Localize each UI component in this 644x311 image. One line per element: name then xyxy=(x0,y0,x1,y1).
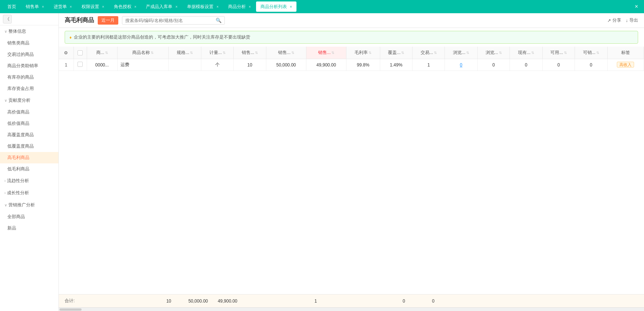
col-checkbox xyxy=(73,47,87,59)
nav-purchase[interactable]: 进货单 × xyxy=(49,1,76,12)
close-icon[interactable]: × xyxy=(134,5,137,9)
nav-product-analysis-list[interactable]: 商品分析列表 × xyxy=(256,1,296,12)
sidebar-item-in-stock-goods[interactable]: 有库存的商品 xyxy=(0,72,58,83)
sort-icon[interactable]: ⇅ xyxy=(151,51,154,55)
footer-spacer2 xyxy=(242,299,271,304)
close-icon[interactable]: × xyxy=(216,5,219,9)
tip-icon: ♦ xyxy=(69,35,72,40)
cell-sales-qty: 10 xyxy=(234,59,266,71)
col-current-stock: 现有... ⇅ xyxy=(510,47,542,59)
sort-icon[interactable]: ⇅ xyxy=(223,51,226,55)
sidebar-item-traded-goods[interactable]: 交易过的商品 xyxy=(0,49,58,60)
close-icon[interactable]: × xyxy=(175,5,177,9)
sort-icon[interactable]: ⇅ xyxy=(190,51,193,55)
search-box: 🔍 xyxy=(122,16,225,25)
sidebar-group-growth[interactable]: › 成长性分析 xyxy=(0,187,58,199)
sort-icon[interactable]: ⇅ xyxy=(368,51,371,55)
footer-label: 合计: xyxy=(65,298,75,304)
sidebar-item-high-margin[interactable]: 高毛利商品 xyxy=(0,152,58,163)
col-tag: 标签 xyxy=(607,47,644,59)
sort-icon[interactable]: ⇅ xyxy=(499,51,502,55)
sidebar-group-trend[interactable]: › 流趋性分析 xyxy=(0,175,58,187)
sort-icon[interactable]: ⇅ xyxy=(401,51,404,55)
sort-icon[interactable]: ⇅ xyxy=(255,51,258,55)
top-nav: 首页 销售单 × 进货单 × 权限设置 × 角色授权 × 产成品入库单 × 单据… xyxy=(0,0,644,13)
nav-permissions[interactable]: 权限设置 × xyxy=(77,1,109,12)
col-sales-qty: 销售... ⇅ xyxy=(234,47,266,59)
close-icon[interactable]: × xyxy=(290,5,292,9)
nav-template-settings[interactable]: 单据模板设置 × xyxy=(183,1,223,12)
expand-icon: ∨ xyxy=(4,203,7,207)
sort-icon[interactable]: ⇅ xyxy=(466,51,469,55)
share-icon: ↗ xyxy=(607,18,611,23)
scrollbar-thumb[interactable] xyxy=(60,308,82,311)
sidebar-item-low-coverage[interactable]: 低覆盖度商品 xyxy=(0,141,58,152)
search-input[interactable] xyxy=(125,18,214,23)
col-views2: 浏览... ⇅ xyxy=(477,47,510,59)
col-sales-amount: 销售... ⇅ xyxy=(266,47,306,59)
cell-sales-amount: 50,000.00 xyxy=(266,59,306,71)
sidebar-item-category-rate[interactable]: 商品分类助销率 xyxy=(0,60,58,72)
sidebar-group-marketing[interactable]: ∨ 营销推广分析 xyxy=(0,199,58,211)
cell-coverage: 1.49% xyxy=(380,59,412,71)
sidebar-item-stock-capital[interactable]: 库存资金占用 xyxy=(0,83,58,94)
table-container[interactable]: ⚙ 商... ⇅ 商品名称 xyxy=(59,47,644,294)
select-all-checkbox[interactable] xyxy=(78,50,83,55)
table-footer: 合计: 10 50,000.00 49,900.00 1 0 0 xyxy=(59,294,644,307)
sidebar-item-all-goods[interactable]: 全部商品 xyxy=(0,211,58,223)
export-button[interactable]: ↓ 导出 xyxy=(626,17,638,23)
close-icon[interactable]: × xyxy=(70,5,72,9)
col-name: 商品名称 ⇅ xyxy=(117,47,169,59)
close-icon[interactable]: × xyxy=(42,5,44,9)
sidebar-item-sales-goods[interactable]: 销售类商品 xyxy=(0,37,58,49)
cell-tag: 高收入 xyxy=(607,59,644,71)
sidebar-item-new-goods[interactable]: 新品 xyxy=(0,223,58,234)
cell-current-stock: 0 xyxy=(510,59,542,71)
col-transaction: 交易... ⇅ xyxy=(413,47,445,59)
sidebar-item-low-value[interactable]: 低价值商品 xyxy=(0,118,58,129)
sort-icon[interactable]: ⇅ xyxy=(596,51,599,55)
horizontal-scrollbar[interactable] xyxy=(59,307,644,311)
content-header: 高毛利商品 近一月 🔍 ↗ 分享 ↓ 导出 xyxy=(59,13,644,28)
nav-sales[interactable]: 销售单 × xyxy=(21,1,48,12)
info-banner: ♦ 企业的主要的利润都是这部分商品创造的，可考虑加大推广，同时关注库存是不要出现… xyxy=(65,31,638,44)
period-button[interactable]: 近一月 xyxy=(98,16,118,25)
sort-icon[interactable]: ⇅ xyxy=(564,51,567,55)
cell-spec xyxy=(169,59,201,71)
sidebar-group-contribution[interactable]: ∨ 贡献度分析 xyxy=(0,94,58,106)
sidebar-item-high-value[interactable]: 高价值商品 xyxy=(0,106,58,118)
footer-sales-qty: 10 xyxy=(154,299,183,304)
close-icon[interactable]: × xyxy=(102,5,104,9)
cell-sellable: 0 xyxy=(575,59,607,71)
footer-sales-amount: 50,000.00 xyxy=(183,299,213,304)
sort-icon[interactable]: ⇅ xyxy=(291,51,294,55)
col-available-stock: 可用... ⇅ xyxy=(542,47,575,59)
sidebar-item-low-margin[interactable]: 低毛利商品 xyxy=(0,163,58,175)
nav-role-auth[interactable]: 角色授权 × xyxy=(109,1,141,12)
nav-home[interactable]: 首页 xyxy=(3,1,21,12)
sidebar-collapse-button[interactable]: 《 xyxy=(3,15,12,23)
sort-icon[interactable]: ⇅ xyxy=(105,51,108,55)
close-all-button[interactable]: × xyxy=(632,3,641,10)
col-views1: 浏览... ⇅ xyxy=(445,47,477,59)
expand-icon: ∨ xyxy=(4,29,7,33)
close-icon[interactable]: × xyxy=(249,5,251,9)
sidebar-group-overall[interactable]: ∨ 整体信息 xyxy=(0,25,58,37)
share-button[interactable]: ↗ 分享 xyxy=(607,17,621,23)
nav-product-inbound[interactable]: 产成品入库单 × xyxy=(141,1,182,12)
footer-transaction: 1 xyxy=(301,299,330,304)
cell-views1[interactable]: 0 xyxy=(445,59,477,71)
sidebar-item-high-coverage[interactable]: 高覆盖度商品 xyxy=(0,129,58,141)
expand-icon: ∨ xyxy=(4,98,7,102)
sort-icon[interactable]: ⇅ xyxy=(531,51,534,55)
row-checkbox[interactable] xyxy=(78,62,83,67)
cell-checkbox[interactable] xyxy=(73,59,87,71)
sort-icon[interactable]: ⇅ xyxy=(331,51,334,55)
sort-icon[interactable]: ⇅ xyxy=(434,51,437,55)
settings-icon[interactable]: ⚙ xyxy=(64,50,68,55)
cell-sales-profit: 49,900.00 xyxy=(306,59,346,71)
col-sales-profit: 销售... ⇅ xyxy=(306,47,346,59)
search-icon[interactable]: 🔍 xyxy=(216,18,222,23)
cell-unit: 个 xyxy=(201,59,233,71)
nav-product-analysis[interactable]: 商品分析 × xyxy=(224,1,255,12)
